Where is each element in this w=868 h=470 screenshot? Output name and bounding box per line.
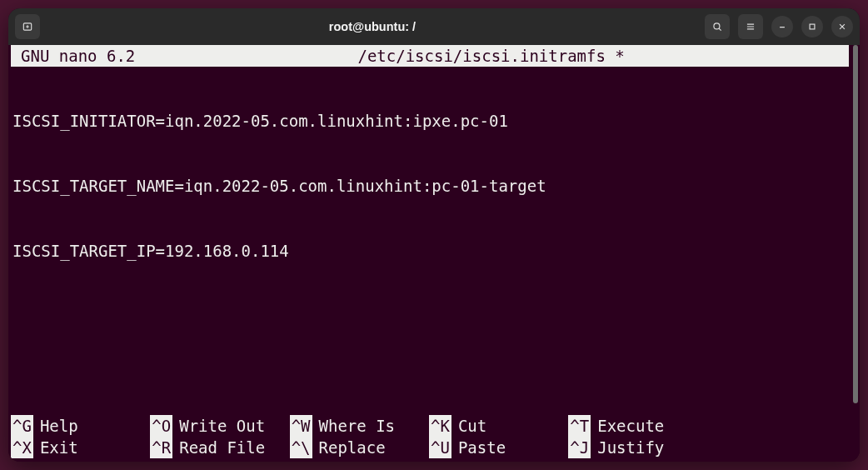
- shortcut-key: ^J: [568, 437, 591, 458]
- shortcut-exit: ^X Exit: [11, 437, 150, 458]
- shortcut-desc: Where Is: [319, 415, 396, 437]
- shortcut-key: ^\: [290, 437, 312, 458]
- shortcut-key: ^X: [11, 437, 33, 458]
- svg-line-4: [719, 28, 721, 31]
- shortcut-desc: Cut: [458, 415, 486, 437]
- shortcut-replace: ^\ Replace: [290, 437, 429, 458]
- editor-content[interactable]: ISCSI_INITIATOR=iqn.2022-05.com.linuxhin…: [11, 67, 849, 415]
- shortcut-desc: Exit: [40, 437, 78, 458]
- shortcut-key: ^T: [568, 415, 591, 437]
- minimize-button[interactable]: [771, 16, 793, 38]
- shortcut-justify: ^J Justify: [568, 437, 707, 458]
- titlebar: root@ubuntu: /: [8, 8, 860, 45]
- nano-app-name: GNU nano 6.2: [21, 45, 135, 67]
- close-icon: [836, 21, 848, 32]
- shortcut-whereis: ^W Where Is: [290, 415, 429, 437]
- minimize-icon: [776, 21, 788, 32]
- menu-button[interactable]: [738, 14, 763, 39]
- shortcut-paste: ^U Paste: [429, 437, 568, 458]
- shortcut-desc: Execute: [597, 415, 664, 437]
- shortcut-desc: Write Out: [179, 415, 265, 437]
- search-icon: [711, 21, 723, 32]
- svg-rect-9: [810, 24, 815, 29]
- terminal-area[interactable]: GNU nano 6.2 /etc/iscsi/iscsi.initramfs …: [8, 45, 860, 462]
- shortcut-key: ^R: [150, 437, 172, 458]
- shortcut-desc: Read File: [179, 437, 265, 458]
- new-tab-button[interactable]: [15, 14, 40, 39]
- new-tab-icon: [22, 21, 33, 32]
- shortcut-key: ^K: [429, 415, 451, 437]
- window-title: root@ubuntu: /: [45, 20, 700, 33]
- scrollbar-thumb[interactable]: [853, 45, 858, 403]
- svg-point-3: [714, 23, 720, 29]
- editor-line: ISCSI_TARGET_NAME=iqn.2022-05.com.linuxh…: [12, 175, 847, 197]
- shortcut-key: ^W: [290, 415, 312, 437]
- terminal-window: root@ubuntu: / GNU nano 6.2 /etc/iscsi/i…: [8, 8, 860, 462]
- shortcut-key: ^G: [11, 415, 33, 437]
- shortcut-desc: Help: [40, 415, 78, 437]
- scrollbar[interactable]: [851, 45, 860, 462]
- close-button[interactable]: [831, 16, 853, 38]
- editor-line: ISCSI_INITIATOR=iqn.2022-05.com.linuxhin…: [12, 110, 847, 132]
- shortcut-execute: ^T Execute: [568, 415, 707, 437]
- maximize-button[interactable]: [801, 16, 823, 38]
- shortcut-key: ^U: [429, 437, 451, 458]
- shortcut-help: ^G Help: [11, 415, 150, 437]
- search-button[interactable]: [705, 14, 730, 39]
- nano-header: GNU nano 6.2 /etc/iscsi/iscsi.initramfs …: [11, 45, 849, 67]
- hamburger-icon: [745, 21, 756, 32]
- shortcut-desc: Replace: [319, 437, 386, 458]
- shortcut-desc: Paste: [458, 437, 506, 458]
- shortcut-writeout: ^O Write Out: [150, 415, 289, 437]
- shortcut-readfile: ^R Read File: [150, 437, 289, 458]
- editor-line: ISCSI_TARGET_IP=192.168.0.114: [12, 240, 847, 262]
- shortcut-cut: ^K Cut: [429, 415, 568, 437]
- shortcut-key: ^O: [150, 415, 172, 437]
- nano-file-path: /etc/iscsi/iscsi.initramfs *: [135, 45, 847, 67]
- maximize-icon: [806, 21, 818, 32]
- shortcut-desc: Justify: [597, 437, 664, 458]
- nano-shortcut-bar: ^G Help ^O Write Out ^W Where Is ^K Cut …: [11, 415, 849, 460]
- titlebar-right: [705, 14, 853, 39]
